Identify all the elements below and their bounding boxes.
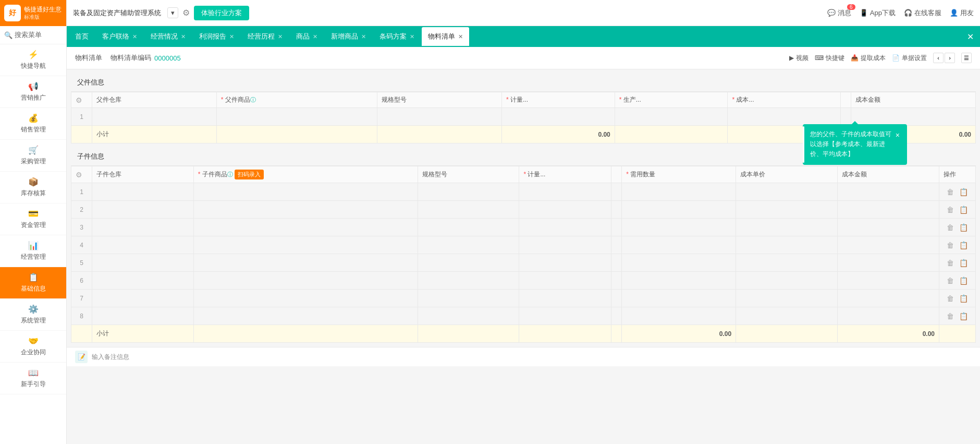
copy-row-8-button[interactable]: 📋	[959, 312, 968, 320]
child-cell-cost-price-5[interactable]	[736, 254, 838, 272]
child-cell-quantity-8[interactable]	[622, 307, 736, 325]
copy-row-1-button[interactable]: 📋	[959, 188, 968, 196]
child-cell-goods-2[interactable]	[193, 201, 418, 219]
child-cell-spec-2[interactable]	[418, 201, 519, 219]
child-cell-warehouse-7[interactable]	[92, 290, 194, 307]
tab-home[interactable]: 首页	[69, 27, 95, 46]
delete-row-4-button[interactable]: 🗑	[947, 241, 954, 249]
sidebar-item-finance[interactable]: 💳 资金管理	[0, 203, 66, 235]
copy-row-6-button[interactable]: 📋	[959, 277, 968, 285]
sidebar-item-system[interactable]: ⚙️ 系统管理	[0, 299, 66, 331]
single-settings-button[interactable]: 📄 单据设置	[892, 54, 927, 63]
child-cell-unit-5[interactable]	[519, 254, 611, 272]
child-cell-cost-price-3[interactable]	[736, 219, 838, 236]
tab-customer[interactable]: 客户联络 ✕	[96, 27, 143, 46]
parent-cell-cost[interactable]	[728, 108, 841, 126]
delete-row-1-button[interactable]: 🗑	[947, 188, 954, 196]
parent-cell-production[interactable]	[615, 108, 728, 126]
child-settings-icon[interactable]: ⚙	[76, 171, 82, 179]
parent-cell-goods[interactable]	[216, 108, 377, 126]
child-cell-spec-6[interactable]	[418, 272, 519, 290]
tab-close-bom[interactable]: ✕	[458, 33, 463, 40]
sidebar-item-marketing[interactable]: 📢 营销推广	[0, 76, 66, 108]
child-cell-spec-1[interactable]	[418, 183, 519, 201]
tab-barcode[interactable]: 条码方案 ✕	[373, 27, 421, 46]
child-cell-cost-price-7[interactable]	[736, 290, 838, 307]
child-cell-goods-5[interactable]	[193, 254, 418, 272]
child-cell-warehouse-2[interactable]	[92, 201, 194, 219]
child-cell-goods-1[interactable]	[193, 183, 418, 201]
tab-close-operations-status[interactable]: ✕	[181, 33, 186, 40]
child-cell-cost-price-2[interactable]	[736, 201, 838, 219]
child-cell-goods-3[interactable]	[193, 219, 418, 236]
copy-row-5-button[interactable]: 📋	[959, 259, 968, 267]
sidebar-item-basic-info[interactable]: 📋 基础信息	[0, 267, 66, 299]
system-dropdown-button[interactable]: ▾	[167, 7, 178, 18]
child-cell-spec-7[interactable]	[418, 290, 519, 307]
sidebar-item-operations[interactable]: 📊 经营管理	[0, 235, 66, 267]
settings-button[interactable]: ⚙	[182, 8, 190, 18]
tab-close-business-history[interactable]: ✕	[278, 33, 283, 40]
try-industry-button[interactable]: 体验行业方案	[194, 6, 249, 20]
parent-cell-unit[interactable]	[502, 108, 615, 126]
prev-record-button[interactable]: ‹	[933, 53, 944, 63]
delete-row-8-button[interactable]: 🗑	[947, 312, 954, 320]
child-cell-spec-8[interactable]	[418, 307, 519, 325]
delete-row-5-button[interactable]: 🗑	[947, 259, 954, 267]
child-cell-unit-6[interactable]	[519, 272, 611, 290]
child-cell-unit-1[interactable]	[519, 183, 611, 201]
tab-new-goods[interactable]: 新增商品 ✕	[325, 27, 372, 46]
child-cell-warehouse-4[interactable]	[92, 236, 194, 254]
app-download-button[interactable]: 📱 App下载	[860, 8, 896, 18]
sidebar-item-collaboration[interactable]: 🤝 企业协同	[0, 331, 66, 363]
child-cell-quantity-3[interactable]	[622, 219, 736, 236]
child-cell-warehouse-6[interactable]	[92, 272, 194, 290]
child-cell-unit-4[interactable]	[519, 236, 611, 254]
tab-business-history[interactable]: 经营历程 ✕	[241, 27, 289, 46]
message-button[interactable]: 💬 消息 6	[827, 8, 851, 18]
delete-row-7-button[interactable]: 🗑	[947, 294, 954, 303]
child-cell-quantity-1[interactable]	[622, 183, 736, 201]
parent-cell-warehouse[interactable]	[92, 108, 217, 126]
child-cell-unit-3[interactable]	[519, 219, 611, 236]
tab-bom[interactable]: 物料清单 ✕	[422, 27, 469, 46]
nav-tabs-close-all[interactable]: ✕	[963, 30, 978, 44]
child-cell-quantity-7[interactable]	[622, 290, 736, 307]
child-cell-cost-price-6[interactable]	[736, 272, 838, 290]
child-cell-quantity-5[interactable]	[622, 254, 736, 272]
view-video-button[interactable]: ▶ 视频	[789, 54, 808, 63]
child-cell-goods-4[interactable]	[193, 236, 418, 254]
scan-input-button[interactable]: 扫码录入	[235, 170, 264, 179]
child-cell-spec-5[interactable]	[418, 254, 519, 272]
user-avatar[interactable]: 👤 用友	[950, 8, 974, 18]
child-cell-goods-6[interactable]	[193, 272, 418, 290]
tab-profit-report[interactable]: 利润报告 ✕	[193, 27, 240, 46]
sidebar-item-inventory[interactable]: 📦 库存核算	[0, 172, 66, 203]
child-cell-cost-price-1[interactable]	[736, 183, 838, 201]
copy-row-7-button[interactable]: 📋	[959, 294, 968, 303]
child-cell-warehouse-3[interactable]	[92, 219, 194, 236]
child-cell-quantity-2[interactable]	[622, 201, 736, 219]
tab-close-new-goods[interactable]: ✕	[361, 33, 366, 40]
tooltip-close-button[interactable]: ×	[896, 129, 900, 141]
copy-row-3-button[interactable]: 📋	[959, 223, 968, 232]
parent-settings-icon[interactable]: ⚙	[76, 96, 82, 104]
child-cell-quantity-4[interactable]	[622, 236, 736, 254]
tab-close-goods[interactable]: ✕	[313, 33, 317, 40]
child-cell-unit-2[interactable]	[519, 201, 611, 219]
tab-close-profit-report[interactable]: ✕	[229, 33, 234, 40]
extract-cost-button[interactable]: 📥 提取成本	[851, 54, 886, 63]
child-cell-warehouse-5[interactable]	[92, 254, 194, 272]
child-cell-spec-3[interactable]	[418, 219, 519, 236]
shortcuts-button[interactable]: ⌨ 快捷键	[815, 54, 844, 63]
child-cell-goods-8[interactable]	[193, 307, 418, 325]
child-cell-unit-7[interactable]	[519, 290, 611, 307]
next-record-button[interactable]: ›	[945, 53, 955, 63]
child-cell-goods-7[interactable]	[193, 290, 418, 307]
delete-row-6-button[interactable]: 🗑	[947, 277, 954, 285]
tab-close-barcode[interactable]: ✕	[410, 33, 414, 40]
copy-row-2-button[interactable]: 📋	[959, 206, 968, 214]
list-view-button[interactable]: ☰	[961, 53, 972, 63]
tab-goods[interactable]: 商品 ✕	[290, 27, 324, 46]
delete-row-2-button[interactable]: 🗑	[947, 206, 954, 214]
